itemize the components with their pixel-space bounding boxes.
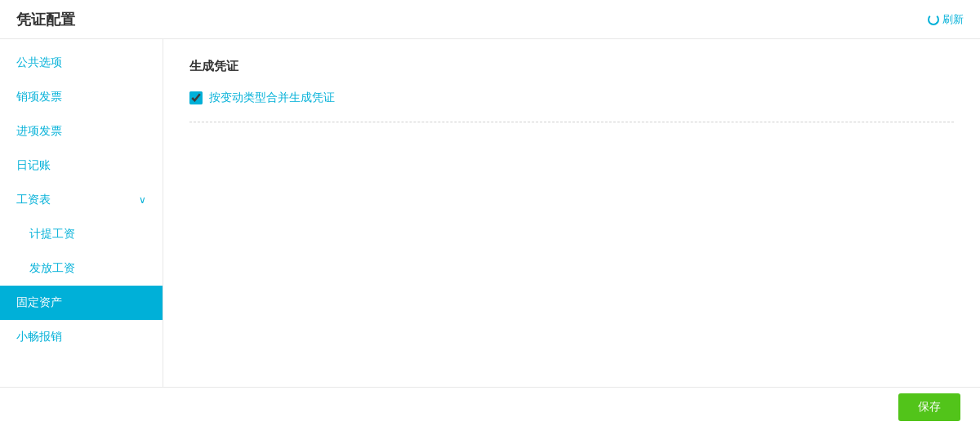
refresh-button[interactable]: 刷新 — [928, 12, 964, 27]
sidebar-label-fixed-assets: 固定资产 — [16, 295, 62, 310]
refresh-icon — [928, 14, 939, 25]
checkbox-row: 按变动类型合并生成凭证 — [189, 91, 954, 105]
page-footer: 保存 — [0, 387, 980, 426]
sidebar-label-purchase-invoice: 进项发票 — [16, 124, 62, 139]
sidebar-item-journal[interactable]: 日记账 — [0, 149, 163, 183]
page-header: 凭证配置 刷新 — [0, 0, 980, 39]
sidebar-item-payroll-table[interactable]: 工资表 ∨ — [0, 183, 163, 217]
sidebar-item-sales-invoice[interactable]: 销项发票 — [0, 80, 163, 114]
sidebar-label-journal: 日记账 — [16, 158, 51, 173]
merge-checkbox[interactable] — [189, 91, 203, 104]
sidebar-label-pay-payroll: 发放工资 — [29, 261, 75, 276]
sidebar-item-fixed-assets[interactable]: 固定资产 — [0, 286, 163, 320]
sidebar-item-purchase-invoice[interactable]: 进项发票 — [0, 114, 163, 149]
sidebar-item-pay-payroll[interactable]: 发放工资 — [0, 251, 163, 286]
merge-checkbox-label[interactable]: 按变动类型合并生成凭证 — [209, 91, 335, 105]
sidebar-label-expense-report: 小畅报销 — [16, 330, 62, 344]
section-divider — [189, 122, 954, 122]
save-button[interactable]: 保存 — [898, 393, 960, 421]
sidebar-label-sales-invoice: 销项发票 — [16, 90, 62, 104]
refresh-label: 刷新 — [942, 12, 964, 27]
main-container: 公共选项 销项发票 进项发票 日记账 工资表 ∨ 计提工资 发放工资 固定资产 … — [0, 39, 980, 387]
sidebar-label-calc-payroll: 计提工资 — [29, 227, 75, 242]
section-title: 生成凭证 — [189, 59, 954, 74]
sidebar-item-public-options[interactable]: 公共选项 — [0, 46, 163, 80]
sidebar-item-expense-report[interactable]: 小畅报销 — [0, 320, 163, 354]
page-title: 凭证配置 — [16, 10, 75, 29]
content-area: 生成凭证 按变动类型合并生成凭证 — [163, 39, 980, 387]
sidebar-item-calc-payroll[interactable]: 计提工资 — [0, 217, 163, 251]
sidebar-label-public-options: 公共选项 — [16, 55, 62, 70]
chevron-down-icon: ∨ — [139, 194, 146, 206]
sidebar: 公共选项 销项发票 进项发票 日记账 工资表 ∨ 计提工资 发放工资 固定资产 … — [0, 39, 163, 387]
sidebar-label-payroll-table: 工资表 — [16, 193, 51, 207]
